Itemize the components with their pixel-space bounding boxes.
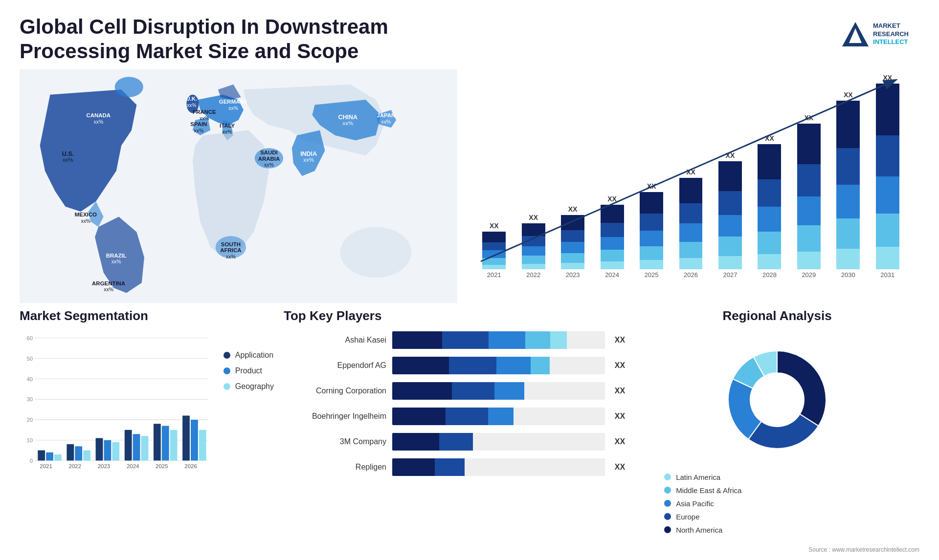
- regional-legend-label: North America: [676, 526, 722, 534]
- bar-segment: [601, 223, 624, 237]
- player-name: Ashai Kasei: [284, 336, 386, 345]
- players-title: Top Key Players: [284, 308, 625, 323]
- bar-segment: [679, 242, 703, 258]
- bar-segment: [522, 246, 545, 256]
- seg-year-label: 2026: [184, 463, 197, 469]
- player-bar-segment: [525, 331, 550, 349]
- regional-legend-item: North America: [664, 526, 741, 534]
- bar-segment: [482, 232, 506, 242]
- player-bar-segment: [392, 331, 442, 349]
- seg-bar: [191, 420, 198, 461]
- regional-legend-item: Latin America: [664, 473, 741, 481]
- bar-segment: [561, 242, 584, 253]
- bar-segment: [797, 124, 821, 164]
- player-bar-segment: [494, 382, 524, 400]
- seg-bar: [199, 430, 206, 461]
- player-bar: [392, 408, 605, 425]
- player-row: Ashai KaseiXX: [284, 331, 625, 349]
- regional-legend-label: Asia Pacific: [676, 499, 714, 508]
- donut-center: [750, 373, 804, 427]
- svg-text:60: 60: [26, 335, 33, 341]
- svg-text:20: 20: [26, 417, 33, 423]
- bar-segment: [522, 264, 545, 269]
- bar-segment: [758, 254, 781, 269]
- bar-segment: [601, 261, 624, 269]
- seg-year-label: 2022: [69, 463, 82, 469]
- players-section: Top Key Players Ashai KaseiXXEppendorf A…: [284, 308, 625, 548]
- player-bar-segment: [392, 357, 449, 374]
- bar-value-label: XX: [568, 205, 578, 213]
- bar-segment: [718, 215, 742, 237]
- player-bar-fill: [392, 331, 567, 349]
- bar-value-label: XX: [883, 74, 892, 82]
- svg-text:10: 10: [26, 437, 33, 443]
- regional-legend-dot: [664, 474, 671, 480]
- donut-chart: [714, 336, 841, 463]
- bar-segment: [482, 265, 506, 269]
- seg-year-label: 2023: [98, 463, 111, 469]
- seg-year-label: 2025: [156, 463, 168, 469]
- bar-group: XX: [634, 74, 669, 269]
- bar-segment: [876, 135, 899, 176]
- bar-segment: [640, 214, 663, 231]
- bar-segment: [679, 178, 703, 203]
- regional-legend-dot: [664, 487, 671, 494]
- bar-segment: [482, 242, 506, 251]
- player-row: RepligenXX: [284, 458, 625, 476]
- svg-text:SPAIN: SPAIN: [190, 121, 207, 127]
- regional-legend-label: Middle East & Africa: [676, 486, 741, 495]
- svg-point-7: [340, 227, 412, 278]
- map-section: U.S. xx% CANADA xx% MEXICO xx% BRAZIL xx…: [20, 69, 457, 303]
- player-bar-segment: [488, 408, 514, 425]
- regional-legend-label: Latin America: [676, 473, 720, 481]
- svg-text:SAUDI: SAUDI: [260, 150, 278, 155]
- player-bar-segment: [452, 382, 494, 400]
- player-bar-segment: [392, 458, 435, 476]
- svg-text:ITALY: ITALY: [220, 123, 235, 129]
- bar-value-label: XX: [490, 222, 499, 230]
- player-bar: [392, 433, 605, 451]
- seg-year-label: 2021: [40, 463, 52, 469]
- bar-segment: [522, 256, 545, 264]
- bars-container: XXXXXXXXXXXXXXXXXXXXXX: [472, 74, 910, 269]
- regional-section: Regional Analysis Latin AmericaMiddle Ea…: [635, 308, 919, 548]
- bar-value-label: XX: [607, 195, 617, 203]
- seg-chart-svg: 0102030405060202120222023202420252026: [20, 331, 214, 488]
- bar-segment: [758, 232, 781, 254]
- bar-value-label: XX: [844, 91, 853, 99]
- player-row: 3M CompanyXX: [284, 433, 625, 451]
- bar-segment: [482, 250, 506, 258]
- legend-label: Product: [235, 366, 262, 375]
- legend-dot: [224, 383, 230, 390]
- svg-text:AFRICA: AFRICA: [220, 247, 241, 253]
- seg-bar: [54, 454, 62, 461]
- player-value: XX: [615, 387, 625, 395]
- bar-segment: [718, 161, 742, 192]
- bar-segment: [758, 207, 781, 232]
- regional-legend-item: Asia Pacific: [664, 499, 741, 508]
- bar-segment: [836, 218, 860, 249]
- logo-box: MARKET RESEARCH INTELLECT: [831, 15, 919, 54]
- player-bar-fill: [392, 433, 498, 451]
- bar-value-label: XX: [529, 214, 538, 221]
- bar-value-label: XX: [726, 151, 735, 159]
- player-bar-segment: [392, 382, 452, 400]
- svg-text:xx%: xx%: [381, 119, 391, 125]
- legend-item: Application: [224, 351, 274, 360]
- svg-text:xx%: xx%: [264, 162, 274, 168]
- player-value: XX: [615, 437, 625, 446]
- bar-year-label: 2024: [595, 271, 629, 279]
- bar-year-label: 2031: [871, 271, 905, 279]
- bar-segment: [522, 223, 545, 236]
- svg-text:BRAZIL: BRAZIL: [106, 252, 127, 258]
- seg-bar: [170, 430, 178, 461]
- bar-group: XX: [792, 74, 826, 269]
- seg-bar: [112, 442, 119, 461]
- seg-legend: ApplicationProductGeography: [224, 331, 274, 391]
- player-bar-segment: [550, 331, 567, 349]
- player-row: Boehringer IngelheimXX: [284, 408, 625, 425]
- bar-chart-section: XXXXXXXXXXXXXXXXXXXXXX 20212022202320242…: [467, 69, 919, 303]
- legend-item: Product: [224, 366, 274, 375]
- seg-year-label: 2024: [127, 463, 139, 469]
- bar-segment: [679, 258, 703, 269]
